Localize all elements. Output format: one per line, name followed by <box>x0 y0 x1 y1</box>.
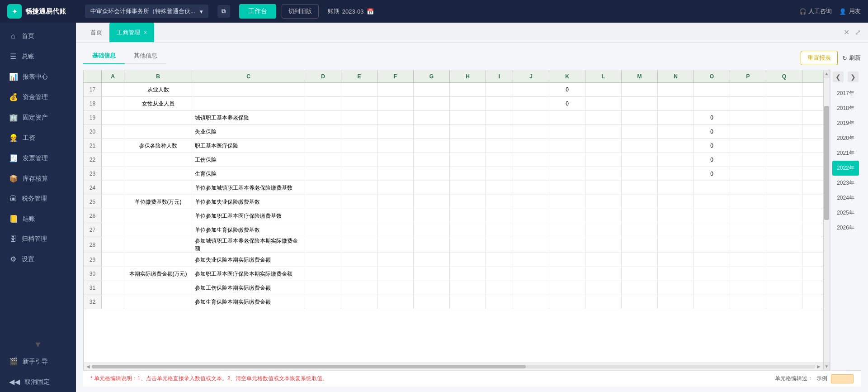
cell-19-b[interactable] <box>124 111 192 124</box>
sidebar-item-funds[interactable]: 💰 资金管理 <box>0 87 76 107</box>
cell-30-b[interactable]: 本期实际缴费金额(万元) <box>124 267 192 281</box>
cell-29-i[interactable] <box>486 253 513 267</box>
year-item-2019[interactable]: 2019年 <box>830 116 861 131</box>
h-scroll-thumb[interactable] <box>92 365 526 368</box>
cell-24-h[interactable] <box>450 181 486 195</box>
cell-32-e[interactable] <box>341 295 377 309</box>
sidebar-item-payroll[interactable]: 👷 工资 <box>0 128 76 148</box>
cell-32-l[interactable] <box>585 295 622 309</box>
cell-17-o[interactable] <box>694 83 730 96</box>
cell-26-a[interactable] <box>102 209 124 223</box>
cell-21-m[interactable] <box>622 139 658 153</box>
cell-24-n[interactable] <box>658 181 694 195</box>
cell-19-k[interactable] <box>549 111 585 124</box>
cell-24-d[interactable] <box>305 181 341 195</box>
cell-31-p[interactable] <box>730 281 766 295</box>
cell-25-b[interactable]: 单位缴费基数(万元) <box>124 195 192 209</box>
cell-29-n[interactable] <box>658 253 694 267</box>
cell-28-g[interactable] <box>414 237 450 253</box>
cell-20-o[interactable]: 0 <box>694 125 730 139</box>
cell-28-b[interactable] <box>124 237 192 253</box>
cell-17-b[interactable]: 从业人数 <box>124 83 192 96</box>
cell-32-k[interactable] <box>549 295 585 309</box>
cell-18-n[interactable] <box>658 97 694 110</box>
cell-29-f[interactable] <box>377 253 414 267</box>
cell-23-p[interactable] <box>730 167 766 181</box>
sub-tab-other[interactable]: 其他信息 <box>125 48 166 64</box>
v-scroll-track[interactable] <box>824 77 830 363</box>
cell-26-b[interactable] <box>124 209 192 223</box>
cell-24-b[interactable] <box>124 181 192 195</box>
copy-icon[interactable]: ⧉ <box>217 5 230 18</box>
cell-17-i[interactable] <box>486 83 513 96</box>
sidebar-item-unpin[interactable]: ◀◀ 取消固定 <box>0 372 76 392</box>
cell-18-m[interactable] <box>622 97 658 110</box>
cell-30-a[interactable] <box>102 267 124 281</box>
cell-18-j[interactable] <box>513 97 549 110</box>
company-selector[interactable]: 中审众环会计师事务所（特殊普通合伙... ▾ <box>85 5 208 18</box>
cell-22-l[interactable] <box>585 153 622 167</box>
user-area[interactable]: 👤 用友 <box>839 7 861 15</box>
cell-26-o[interactable] <box>694 209 730 223</box>
cell-30-d[interactable] <box>305 267 341 281</box>
cell-26-j[interactable] <box>513 209 549 223</box>
scroll-left-arrow[interactable]: ◀ <box>85 363 92 370</box>
cell-22-a[interactable] <box>102 153 124 167</box>
cell-21-e[interactable] <box>341 139 377 153</box>
cell-23-d[interactable] <box>305 167 341 181</box>
cell-31-i[interactable] <box>486 281 513 295</box>
cell-31-l[interactable] <box>585 281 622 295</box>
cell-18-l[interactable] <box>585 97 622 110</box>
scroll-down-arrow[interactable]: ▼ <box>824 363 830 370</box>
cell-31-d[interactable] <box>305 281 341 295</box>
cell-19-n[interactable] <box>658 111 694 124</box>
cell-32-a[interactable] <box>102 295 124 309</box>
sidebar-item-tax[interactable]: 🏛 税务管理 <box>0 189 76 209</box>
cell-26-l[interactable] <box>585 209 622 223</box>
cell-28-l[interactable] <box>585 237 622 253</box>
cell-17-l[interactable] <box>585 83 622 96</box>
cell-25-d[interactable] <box>305 195 341 209</box>
cell-32-j[interactable] <box>513 295 549 309</box>
cell-22-g[interactable] <box>414 153 450 167</box>
cell-27-h[interactable] <box>450 223 486 237</box>
cell-19-l[interactable] <box>585 111 622 124</box>
cell-26-g[interactable] <box>414 209 450 223</box>
cell-19-g[interactable] <box>414 111 450 124</box>
cell-18-d[interactable] <box>305 97 341 110</box>
cell-27-i[interactable] <box>486 223 513 237</box>
cell-29-p[interactable] <box>730 253 766 267</box>
cell-20-p[interactable] <box>730 125 766 139</box>
cell-18-b[interactable]: 女性从业人员 <box>124 97 192 110</box>
cell-18-a[interactable] <box>102 97 124 110</box>
cell-29-c[interactable]: 参加失业保险本期实际缴费金额 <box>192 253 305 267</box>
cell-23-o[interactable]: 0 <box>694 167 730 181</box>
cell-28-e[interactable] <box>341 237 377 253</box>
cell-31-k[interactable] <box>549 281 585 295</box>
close-window-icon[interactable]: ✕ <box>844 28 849 37</box>
cell-28-n[interactable] <box>658 237 694 253</box>
cell-31-c[interactable]: 参加工伤保险本期实际缴费金额 <box>192 281 305 295</box>
cell-28-j[interactable] <box>513 237 549 253</box>
cell-30-p[interactable] <box>730 267 766 281</box>
cell-22-k[interactable] <box>549 153 585 167</box>
cell-32-n[interactable] <box>658 295 694 309</box>
cell-20-i[interactable] <box>486 125 513 139</box>
cell-32-h[interactable] <box>450 295 486 309</box>
cell-27-a[interactable] <box>102 223 124 237</box>
cell-30-f[interactable] <box>377 267 414 281</box>
cell-23-n[interactable] <box>658 167 694 181</box>
cell-18-o[interactable] <box>694 97 730 110</box>
cell-19-e[interactable] <box>341 111 377 124</box>
cell-30-o[interactable] <box>694 267 730 281</box>
cell-29-o[interactable] <box>694 253 730 267</box>
cell-22-c[interactable]: 工伤保险 <box>192 153 305 167</box>
cell-29-l[interactable] <box>585 253 622 267</box>
cell-18-h[interactable] <box>450 97 486 110</box>
year-item-2026[interactable]: 2026年 <box>830 220 861 235</box>
tab-close-icon[interactable]: × <box>144 29 147 36</box>
cell-28-c[interactable]: 参加城镇职工基本养老保险本期实际缴费金额 <box>192 237 305 253</box>
cell-18-g[interactable] <box>414 97 450 110</box>
cell-29-d[interactable] <box>305 253 341 267</box>
cell-24-m[interactable] <box>622 181 658 195</box>
